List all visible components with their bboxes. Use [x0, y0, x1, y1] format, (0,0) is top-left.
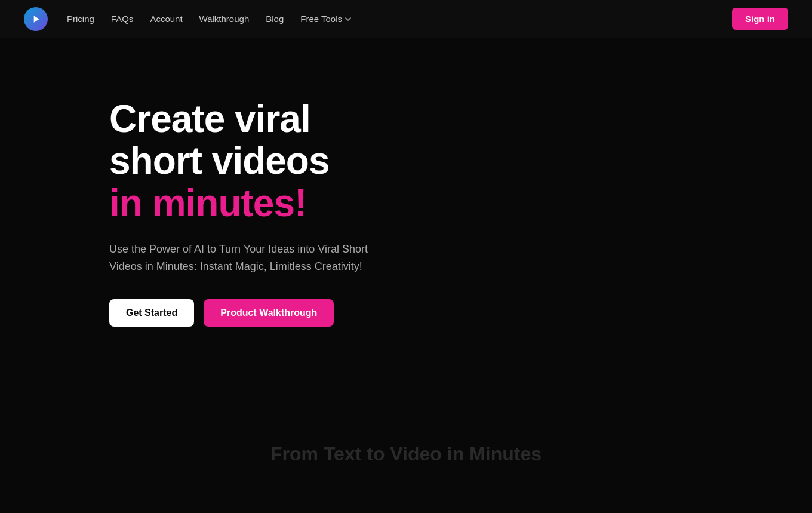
nav-item-account[interactable]: Account — [150, 14, 182, 24]
navbar: Pricing FAQs Account Walkthrough Blog Fr… — [0, 0, 812, 38]
nav-item-blog[interactable]: Blog — [266, 14, 284, 24]
nav-link-account[interactable]: Account — [150, 14, 182, 24]
nav-item-free-tools[interactable]: Free Tools — [300, 14, 352, 24]
nav-link-pricing[interactable]: Pricing — [67, 14, 94, 24]
navbar-left: Pricing FAQs Account Walkthrough Blog Fr… — [24, 7, 352, 31]
hero-subtitle: Use the Power of AI to Turn Your Ideas i… — [109, 241, 394, 275]
page-wrapper: Pricing FAQs Account Walkthrough Blog Fr… — [0, 0, 812, 513]
nav-item-walkthrough[interactable]: Walkthrough — [199, 14, 250, 24]
from-text-label: From Text to Video in Minutes — [270, 443, 542, 465]
logo[interactable] — [24, 7, 48, 31]
sign-in-button[interactable]: Sign in — [732, 8, 788, 30]
hero-buttons: Get Started Product Walkthrough — [109, 299, 394, 327]
product-walkthrough-button[interactable]: Product Walkthrough — [204, 299, 334, 327]
nav-item-pricing[interactable]: Pricing — [67, 14, 94, 24]
play-icon — [30, 13, 42, 25]
nav-link-walkthrough[interactable]: Walkthrough — [199, 14, 250, 24]
get-started-button[interactable]: Get Started — [109, 299, 194, 327]
hero-section: Create viral short videos in minutes! Us… — [0, 38, 418, 363]
nav-item-faqs[interactable]: FAQs — [111, 14, 134, 24]
hero-title-highlight: in minutes! — [109, 182, 306, 225]
nav-link-faqs[interactable]: FAQs — [111, 14, 134, 24]
nav-link-free-tools[interactable]: Free Tools — [300, 14, 352, 24]
nav-link-blog[interactable]: Blog — [266, 14, 284, 24]
chevron-down-icon — [345, 16, 352, 23]
hero-title: Create viral short videos in minutes! — [109, 98, 394, 224]
nav-links: Pricing FAQs Account Walkthrough Blog Fr… — [67, 14, 352, 24]
bottom-section: From Text to Video in Minutes — [0, 443, 812, 465]
hero-title-text: Create viral short videos — [109, 97, 330, 182]
